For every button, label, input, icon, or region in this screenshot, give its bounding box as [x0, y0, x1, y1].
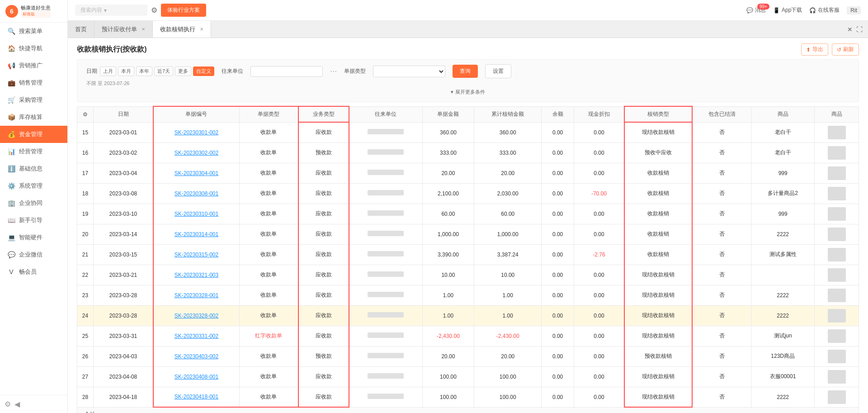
cell-discount: 0.00 [574, 224, 624, 244]
cell-veri-type: 收款核销 [624, 244, 692, 265]
sidebar-item-vip[interactable]: V畅会员 [0, 263, 67, 280]
sidebar-item-enterprise[interactable]: 🏢企业协同 [0, 195, 67, 212]
export-button[interactable]: ⬆ 导出 [801, 43, 828, 56]
gear-icon[interactable]: ⚙ [151, 6, 157, 14]
table-row: 17 2023-03-04 SK-20230304-001 收款单 应收款 20… [77, 163, 859, 183]
collapse-icon[interactable]: ◀ [14, 400, 20, 408]
doc-type-select[interactable] [373, 66, 445, 77]
solution-button[interactable]: 体验行业方案 [161, 4, 206, 17]
cell-veri-type: 现结收款核销 [624, 326, 692, 346]
custom-date-btn[interactable]: 自定义 [193, 66, 214, 76]
sidebar-item-finance[interactable]: 💰资金管理 [0, 126, 67, 143]
cell-acc-amount: 10.00 [474, 265, 542, 285]
col-veri-type: 核销类型 [624, 106, 692, 122]
topbar-search[interactable]: 搜索内容 ▾ [75, 5, 147, 16]
cell-amount: 100.00 [422, 387, 474, 407]
doc-no-link[interactable]: SK-20230321-003 [175, 272, 218, 278]
this-year-btn[interactable]: 本年 [136, 66, 152, 76]
tab-pending[interactable]: 预计应收付单 ✕ [94, 21, 153, 38]
maximize-button[interactable]: ⛶ [856, 26, 863, 33]
col-partner: 往来单位 [349, 106, 422, 122]
query-button[interactable]: 查询 [453, 65, 478, 78]
this-month-btn[interactable]: 本月 [118, 66, 134, 76]
sidebar-item-guide[interactable]: 📖新手引导 [0, 212, 67, 229]
cell-no: 19 [77, 204, 94, 224]
cell-discount: -2.76 [574, 244, 624, 265]
cell-acc-amount: 1.00 [474, 305, 542, 326]
more-filters-dots[interactable]: ··· [330, 66, 337, 76]
logo-text: 畅康道好生意 [21, 5, 51, 11]
cell-date: 2023-03-04 [94, 163, 154, 183]
cell-doc-type: 收款单 [239, 244, 298, 265]
doc-no-link[interactable]: SK-20230408-001 [175, 374, 218, 380]
cell-partner [349, 326, 422, 346]
doc-no-link[interactable]: SK-20230301-002 [175, 129, 218, 136]
sidebar-item-sales[interactable]: 💼销售管理 [0, 74, 67, 91]
message-button[interactable]: 💬 消息 99+ [746, 6, 766, 14]
more-date-btn[interactable]: 更多 [175, 66, 191, 76]
doc-no-link[interactable]: SK-20230418-001 [175, 394, 218, 400]
tab-collection[interactable]: 收款核销执行 ✕ [153, 21, 211, 38]
cell-goods1: 多计量商品2 [751, 183, 815, 204]
sidebar-item-purchase[interactable]: 🛒采购管理 [0, 91, 67, 109]
cell-doc-no: SK-20230408-001 [153, 366, 239, 387]
sidebar-item-wechat[interactable]: 💬企业微信 [0, 246, 67, 263]
last-7days-btn[interactable]: 近7天 [154, 66, 173, 76]
doc-no-link[interactable]: SK-20230328-002 [175, 313, 218, 319]
cell-doc-type: 收款单 [239, 305, 298, 326]
cell-no: 26 [77, 346, 94, 366]
cell-balance: 0.00 [542, 366, 574, 387]
doc-no-link[interactable]: SK-20230328-001 [175, 292, 218, 299]
doc-no-link[interactable]: SK-20230310-001 [175, 211, 218, 217]
app-download-button[interactable]: 📱 App下载 [773, 6, 802, 14]
customer-service-button[interactable]: 🎧 在线客服 [809, 6, 840, 14]
cell-doc-type: 收款单 [239, 183, 298, 204]
cell-included: 否 [692, 387, 751, 407]
partner-input[interactable] [250, 66, 323, 77]
table-container: ⚙ 日期 单据编号 单据类型 业务类型 往来单位 单据金额 累计核销金额 余额 … [68, 106, 868, 413]
cell-date: 2023-03-02 [94, 142, 154, 163]
close-tab-button[interactable]: ✕ [847, 26, 853, 33]
cell-acc-amount: -2,430.00 [474, 326, 542, 346]
tab-collection-close[interactable]: ✕ [200, 27, 203, 32]
sidebar-label-hardware: 智能硬件 [19, 233, 42, 242]
doc-no-link[interactable]: SK-20230403-002 [175, 353, 218, 360]
tab-home[interactable]: 首页 [68, 21, 94, 38]
sidebar-item-hardware[interactable]: 💻智能硬件 [0, 229, 67, 246]
cell-amount: 1,000.00 [422, 224, 474, 244]
sidebar-item-quicknav[interactable]: 🏠快捷导航 [0, 40, 67, 57]
cell-doc-no: SK-20230302-002 [153, 142, 239, 163]
doc-no-link[interactable]: SK-20230304-001 [175, 170, 218, 176]
sidebar-item-system[interactable]: ⚙️系统管理 [0, 177, 67, 195]
doc-no-link[interactable]: SK-20230331-002 [175, 333, 218, 339]
sidebar-item-operations[interactable]: 📊经营管理 [0, 143, 67, 160]
last-month-btn[interactable]: 上月 [100, 66, 116, 76]
cell-doc-no: SK-20230328-002 [153, 305, 239, 326]
refresh-button[interactable]: ↺ 刷新 [832, 43, 859, 56]
cell-no: 20 [77, 224, 94, 244]
sidebar-item-search[interactable]: 🔍搜索菜单 [0, 23, 67, 40]
cell-doc-type: 收款单 [239, 265, 298, 285]
cell-goods1: 2222 [751, 305, 815, 326]
guide-icon: 📖 [7, 217, 15, 224]
purchase-icon: 🛒 [7, 96, 15, 104]
filter-settings-button[interactable]: 设置 [485, 64, 511, 78]
cell-biz-type: 应收款 [298, 326, 349, 346]
sidebar-item-marketing[interactable]: 📢营销推广 [0, 57, 67, 74]
expand-more-button[interactable]: ▾ 展开更多条件 [86, 87, 849, 97]
doc-no-link[interactable]: SK-20230308-001 [175, 190, 218, 197]
cell-discount: 0.00 [574, 366, 624, 387]
tab-pending-close[interactable]: ✕ [142, 27, 145, 32]
doc-no-link[interactable]: SK-20230302-002 [175, 150, 218, 156]
sidebar-item-inventory[interactable]: 📦库存核算 [0, 109, 67, 126]
cell-included: 否 [692, 305, 751, 326]
cell-discount: 0.00 [574, 305, 624, 326]
sidebar-item-basic[interactable]: ℹ️基础信息 [0, 160, 67, 177]
col-gear[interactable]: ⚙ [77, 106, 94, 122]
cell-goods2 [815, 122, 859, 142]
doc-no-link[interactable]: SK-20230314-001 [175, 231, 218, 237]
cell-amount: 20.00 [422, 346, 474, 366]
user-menu[interactable]: Rit [847, 6, 861, 14]
doc-no-link[interactable]: SK-20230315-002 [175, 252, 218, 258]
settings-icon[interactable]: ⚙ [5, 400, 11, 408]
